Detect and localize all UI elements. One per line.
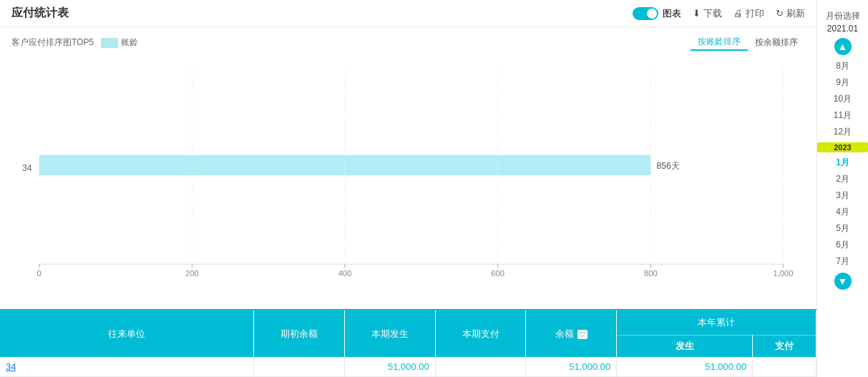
cell-pay [435,357,526,377]
refresh-button[interactable]: ↻ 刷新 [776,7,805,20]
chart-toggle[interactable] [633,7,658,20]
sidebar-month-5[interactable]: 5月 [817,220,868,237]
data-table-container: 往来单位 期初余额 本期发生 本期支付 余额 ▽ 本年累计 发生 支付 [0,309,816,377]
print-button[interactable]: 🖨 打印 [733,7,764,20]
download-button[interactable]: ⬇ 下载 [693,7,722,20]
sidebar-month-7[interactable]: 7月 [817,253,868,270]
sidebar-month-6[interactable]: 6月 [817,237,868,253]
col-subheader-ytd-pay: 支付 [753,336,816,358]
chart-toggle-group: 图表 [633,7,681,20]
download-label: 下载 [703,7,722,20]
col-header-balance: 余额 ▽ [526,310,617,357]
cell-balance: 51,000.00 [526,357,617,377]
toggle-label: 图表 [663,7,681,20]
cell-ytd-pay [753,357,816,377]
month-sidebar: 月份选择 2021.01 ▲ 8月 9月 10月 11月 12月 2023 1月… [816,0,868,377]
svg-text:200: 200 [185,269,199,278]
cell-vendor: 34 [0,357,254,377]
sidebar-current-date: 2021.01 [827,24,858,34]
cell-opening [254,357,345,377]
legend-item: 账龄 [121,36,138,49]
chart-section: 客户应付排序图TOP5 账龄 按账龄排序 按余额排序 34 [0,27,816,291]
col-header-ytd-group: 本年累计 [617,310,816,336]
refresh-label: 刷新 [786,7,805,20]
svg-text:600: 600 [491,269,504,278]
svg-text:800: 800 [644,269,658,278]
y-label: 34 [22,163,32,173]
page-title: 应付统计表 [11,6,69,21]
cell-occur: 51,000.00 [345,357,436,377]
sidebar-month-10[interactable]: 10月 [817,91,868,107]
days-label: 856天 [656,161,679,171]
svg-text:0: 0 [37,269,42,278]
sidebar-month-2[interactable]: 2月 [817,171,868,187]
sidebar-month-12[interactable]: 12月 [817,124,868,140]
bar-chart-svg: 34 856天 0 200 400 600 [11,55,805,284]
bar-rect [39,155,651,175]
download-icon: ⬇ [693,8,701,19]
sidebar-month-9[interactable]: 9月 [817,74,868,91]
col-header-vendor: 往来单位 [0,310,254,357]
svg-text:400: 400 [338,269,352,278]
header-actions: 图表 ⬇ 下载 🖨 打印 ↻ 刷新 [633,7,805,20]
sidebar-year-badge: 2023 [817,142,868,152]
balance-filter-icon[interactable]: ▽ [577,330,587,339]
col-subheader-ytd-occur: 发生 [617,336,753,358]
col-header-opening: 期初余额 [254,310,345,357]
sidebar-down-arrow[interactable]: ▼ [834,273,852,290]
sidebar-month-8[interactable]: 8月 [817,58,868,74]
svg-text:1,000: 1,000 [773,269,793,278]
sort-buttons: 按账龄排序 按余额排序 [691,34,805,51]
refresh-icon: ↻ [776,8,784,19]
sidebar-month-11[interactable]: 11月 [817,107,868,124]
sidebar-up-arrow[interactable]: ▲ [834,38,852,55]
table-header-row: 往来单位 期初余额 本期发生 本期支付 余额 ▽ 本年累计 [0,310,816,336]
sidebar-month-1[interactable]: 1月 [817,155,868,171]
data-table: 往来单位 期初余额 本期发生 本期支付 余额 ▽ 本年累计 发生 支付 [0,310,816,377]
sidebar-header-label: 月份选择 [826,10,860,22]
table-row: 34 51,000.00 51,000.00 51,000.00 [0,357,816,377]
chart-legend-label: 客户应付排序图TOP5 [11,36,94,49]
cell-ytd-occur: 51,000.00 [617,357,753,377]
print-icon: 🖨 [733,8,743,19]
sidebar-month-3[interactable]: 3月 [817,187,868,204]
col-header-occur: 本期发生 [345,310,436,357]
sort-by-days-button[interactable]: 按账龄排序 [691,34,748,51]
col-header-pay: 本期支付 [435,310,526,357]
sort-by-amount-button[interactable]: 按余额排序 [748,34,805,51]
legend-color-box [101,38,118,48]
vendor-link[interactable]: 34 [6,361,16,372]
page-header: 应付统计表 图表 ⬇ 下载 🖨 打印 ↻ 刷新 [0,0,816,27]
print-label: 打印 [746,7,764,20]
sidebar-month-4[interactable]: 4月 [817,204,868,220]
chart-area: 34 856天 0 200 400 600 [11,55,805,284]
